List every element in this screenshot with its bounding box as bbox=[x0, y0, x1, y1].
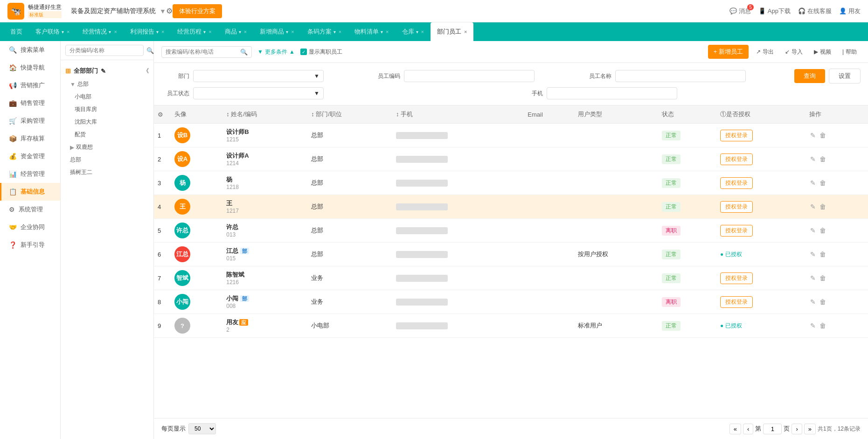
gear-icon[interactable]: ⚙ bbox=[166, 7, 173, 15]
export-button[interactable]: ↗ 导出 bbox=[752, 46, 778, 58]
auth-button[interactable]: 授权登录 bbox=[720, 201, 753, 213]
cell-auth[interactable]: 授权登录 bbox=[716, 171, 806, 195]
cell-auth[interactable]: 已授权 bbox=[716, 243, 806, 266]
search-submit-icon[interactable]: 🔍 bbox=[240, 49, 248, 56]
edit-icon[interactable]: ✎ bbox=[810, 298, 816, 306]
tab-close-icon[interactable]: × bbox=[386, 29, 389, 35]
auth-button[interactable]: 授权登录 bbox=[720, 153, 753, 165]
next-page-button[interactable]: › bbox=[792, 424, 802, 434]
emp-name-input[interactable] bbox=[615, 70, 746, 82]
tab-close-icon[interactable]: × bbox=[161, 29, 164, 35]
delete-icon[interactable]: 🗑 bbox=[819, 132, 826, 139]
import-button[interactable]: ↙ 导入 bbox=[781, 46, 806, 58]
dept-node-zongbu-parent[interactable]: ▼ 总部 bbox=[61, 78, 153, 91]
sidebar-item-cooperation[interactable]: 🤝 企业协同 bbox=[0, 218, 60, 236]
trial-button[interactable]: 体验行业方案 bbox=[173, 4, 222, 18]
add-employee-button[interactable]: + 新增员工 bbox=[708, 45, 749, 59]
tab-close-icon[interactable]: × bbox=[339, 29, 341, 35]
sidebar-item-search[interactable]: 🔍 搜索菜单 bbox=[0, 41, 60, 59]
last-page-button[interactable]: » bbox=[804, 424, 816, 434]
tab-bom[interactable]: 物料清单 ▾ × bbox=[348, 22, 395, 41]
dept-search-input[interactable] bbox=[65, 45, 144, 56]
prev-page-button[interactable]: ‹ bbox=[743, 424, 753, 434]
tab-close-icon[interactable]: × bbox=[67, 29, 69, 35]
tab-add-goods[interactable]: 新增商品 ▾ × bbox=[253, 22, 300, 41]
edit-icon[interactable]: ✎ bbox=[101, 68, 106, 75]
video-button[interactable]: ▶ 视频 bbox=[810, 46, 835, 58]
per-page-select[interactable]: 50 20 100 bbox=[188, 423, 216, 434]
system-dropdown-icon[interactable]: ▼ bbox=[160, 7, 166, 15]
more-conditions-button[interactable]: ▼ 更多条件 ▲ bbox=[257, 48, 295, 56]
tab-close-icon[interactable]: × bbox=[244, 29, 247, 35]
cell-auth[interactable]: 授权登录 bbox=[716, 124, 806, 147]
sidebar-item-basic-info[interactable]: 📋 基础信息 bbox=[0, 183, 60, 201]
sidebar-item-marketing[interactable]: 📢 营销推广 bbox=[0, 77, 60, 94]
first-page-button[interactable]: « bbox=[729, 424, 741, 434]
cell-auth[interactable]: 已授权 bbox=[716, 314, 806, 338]
show-resigned-checkbox[interactable] bbox=[300, 49, 307, 55]
delete-icon[interactable]: 🗑 bbox=[819, 251, 826, 258]
dept-node-peihuo[interactable]: 配货 bbox=[61, 128, 153, 141]
emp-code-input[interactable] bbox=[404, 70, 535, 82]
dept-node-zongbu[interactable]: 总部 bbox=[61, 153, 153, 166]
edit-icon[interactable]: ✎ bbox=[810, 251, 816, 258]
edit-icon[interactable]: ✎ bbox=[810, 322, 816, 329]
sidebar-item-inventory[interactable]: 📦 库存核算 bbox=[0, 130, 60, 147]
delete-icon[interactable]: 🗑 bbox=[819, 227, 826, 234]
col-phone[interactable]: ↕ 手机 bbox=[392, 105, 524, 124]
dept-node-shuangluxiang[interactable]: ▶ 双鹿想 bbox=[61, 141, 153, 153]
tab-customer[interactable]: 客户联络 ▾ × bbox=[29, 22, 76, 41]
dept-node-project[interactable]: 项目库房 bbox=[61, 103, 153, 116]
auth-button[interactable]: 授权登录 bbox=[720, 177, 753, 189]
phone-input[interactable] bbox=[547, 87, 677, 99]
sidebar-item-guide[interactable]: ❓ 新手引导 bbox=[0, 236, 60, 254]
sidebar-item-sales[interactable]: 💼 销售管理 bbox=[0, 94, 60, 112]
tab-employees[interactable]: 部门员工 × bbox=[431, 22, 473, 41]
edit-icon[interactable]: ✎ bbox=[810, 203, 816, 210]
tab-goods[interactable]: 商品 ▾ × bbox=[218, 22, 253, 41]
delete-icon[interactable]: 🗑 bbox=[819, 274, 826, 282]
reset-button[interactable]: 设置 bbox=[829, 69, 861, 84]
tab-profit[interactable]: 利润报告 ▾ × bbox=[124, 22, 171, 41]
page-number-input[interactable] bbox=[763, 424, 782, 434]
edit-icon[interactable]: ✎ bbox=[810, 155, 816, 163]
user-avatar-button[interactable]: 👤 用友 bbox=[839, 7, 861, 15]
dept-node-shenyang[interactable]: 沈阳大库 bbox=[61, 116, 153, 128]
cell-auth[interactable]: 授权登录 bbox=[716, 195, 806, 219]
dept-node-xiao-dian[interactable]: 小电部 bbox=[61, 91, 153, 103]
tab-barcode[interactable]: 条码方案 ▾ × bbox=[301, 22, 348, 41]
delete-icon[interactable]: 🗑 bbox=[819, 179, 826, 187]
tab-operations[interactable]: 经营情况 ▾ × bbox=[76, 22, 123, 41]
sidebar-item-system[interactable]: ⚙ 系统管理 bbox=[0, 201, 60, 218]
delete-icon[interactable]: 🗑 bbox=[819, 322, 826, 329]
dept-filter-select[interactable]: ▼ bbox=[193, 70, 324, 82]
delete-icon[interactable]: 🗑 bbox=[819, 155, 826, 163]
edit-icon[interactable]: ✎ bbox=[810, 274, 816, 282]
cell-auth[interactable]: 授权登录 bbox=[716, 266, 806, 290]
search-input[interactable] bbox=[166, 49, 240, 55]
dept-all-button[interactable]: ⊞ 全部部门 ✎ 《 bbox=[61, 64, 153, 78]
tab-close-icon[interactable]: × bbox=[114, 29, 117, 35]
auth-button[interactable]: 授权登录 bbox=[720, 296, 753, 308]
edit-icon[interactable]: ✎ bbox=[810, 179, 816, 187]
dept-search-icon[interactable]: 🔍 bbox=[146, 47, 154, 54]
tab-close-icon[interactable]: × bbox=[208, 29, 211, 35]
sidebar-item-operations-mgmt[interactable]: 📊 经营管理 bbox=[0, 165, 60, 183]
app-download-button[interactable]: 📱 App下载 bbox=[758, 7, 791, 15]
edit-icon[interactable]: ✎ bbox=[810, 227, 816, 234]
auth-button[interactable]: 授权登录 bbox=[720, 225, 753, 237]
cell-auth[interactable]: 授权登录 bbox=[716, 147, 806, 171]
tab-warehouse[interactable]: 仓库 ▾ × bbox=[396, 22, 431, 41]
delete-icon[interactable]: 🗑 bbox=[819, 203, 826, 210]
col-dept[interactable]: ↕ 部门/职位 bbox=[307, 105, 392, 124]
message-button[interactable]: 💬 消息 5 bbox=[729, 7, 751, 15]
collapse-button[interactable]: 《 bbox=[143, 67, 149, 75]
delete-icon[interactable]: 🗑 bbox=[819, 298, 826, 306]
tab-close-icon[interactable]: × bbox=[291, 29, 294, 35]
edit-icon[interactable]: ✎ bbox=[810, 132, 816, 139]
cell-auth[interactable]: 授权登录 bbox=[716, 290, 806, 314]
auth-button[interactable]: 授权登录 bbox=[720, 272, 753, 284]
tab-close-icon[interactable]: × bbox=[421, 29, 424, 35]
tab-close-icon[interactable]: × bbox=[464, 29, 467, 35]
tab-home[interactable]: 首页 bbox=[4, 22, 29, 41]
